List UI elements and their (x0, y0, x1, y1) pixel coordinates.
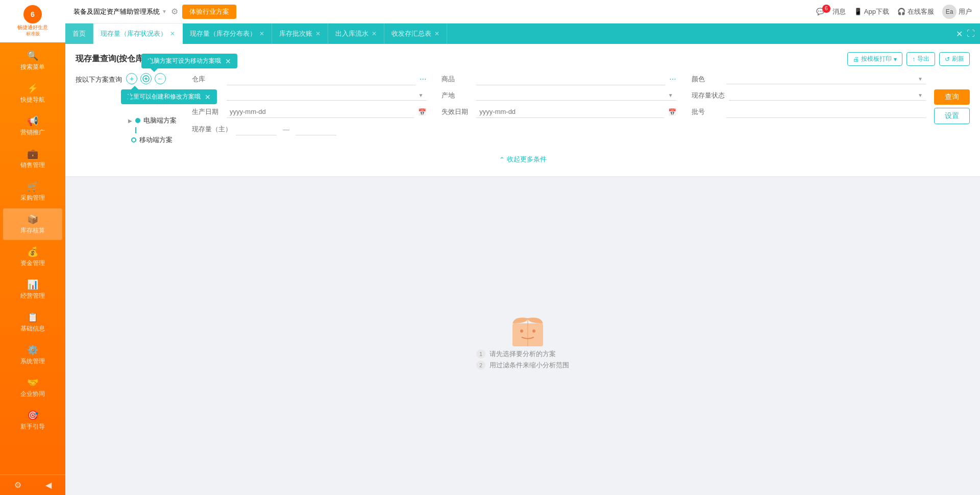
expire-date-input[interactable] (476, 106, 664, 118)
sidebar-item-marketing[interactable]: 📢 营销推广 (3, 110, 62, 142)
system-name-dropdown[interactable]: 装备及固定资产辅助管理系统 ▼ (74, 7, 167, 16)
warehouse-input[interactable] (227, 73, 415, 85)
color-field: 颜色 ▼ (692, 73, 926, 85)
warehouse-label: 仓库 (192, 75, 223, 84)
edit-scheme-button[interactable] (140, 73, 152, 84)
sidebar-item-label: 系统管理 (20, 357, 45, 366)
prod-date-calendar-icon[interactable]: 📅 (418, 108, 426, 116)
settings-bottom-btn[interactable]: ⚙ (14, 480, 21, 490)
stock-main-label: 现存量（主） (192, 125, 232, 134)
sidebar-nav: 🔍 搜索菜单 ⚡ 快捷导航 📢 营销推广 💼 销售管理 🛒 采购管理 📦 库存核… (0, 42, 65, 475)
stock-status-select[interactable]: ▼ (729, 90, 926, 101)
empty-svg (502, 300, 553, 351)
sales-icon: 💼 (27, 148, 38, 159)
user-label: 用户 (959, 7, 972, 16)
headset-icon: 🎧 (897, 8, 905, 15)
sidebar-item-system[interactable]: ⚙️ 系统管理 (3, 339, 62, 371)
sidebar-item-purchase[interactable]: 🛒 采购管理 (3, 176, 62, 207)
template-print-button[interactable]: 🖨 按模板打印 ▾ (847, 52, 902, 66)
app-download-action[interactable]: 📱 App下载 (854, 7, 889, 16)
stock-main-from-input[interactable] (236, 123, 277, 135)
sidebar-item-quicknav[interactable]: ⚡ 快捷导航 (3, 78, 62, 109)
reset-button[interactable]: 设置 (934, 108, 970, 124)
tab-close-icon[interactable]: ✕ (434, 30, 439, 37)
app-edition: 标准版 (26, 31, 40, 37)
user-action[interactable]: Ea 用户 (942, 5, 972, 19)
tab-home-label: 首页 (72, 29, 86, 38)
color-dropdown-icon: ▼ (918, 76, 923, 82)
sidebar-item-basics[interactable]: 📋 基础信息 (3, 307, 62, 338)
refresh-button[interactable]: ↺ 刷新 (939, 52, 970, 66)
refresh-icon: ↺ (945, 56, 950, 63)
sidebar-item-guide[interactable]: 🎯 新手引导 (3, 405, 62, 436)
expire-date-calendar-icon[interactable]: 📅 (668, 108, 676, 116)
tooltip-close-2[interactable]: ✕ (205, 93, 211, 101)
expire-date-label: 失效日期 (442, 107, 472, 116)
back-arrow-button[interactable]: ← (155, 73, 166, 84)
notification-action[interactable]: 💬 6 消息 (816, 7, 846, 16)
tab-expand-icon[interactable]: ⛶ (967, 29, 975, 38)
origin-field: 产地 ▼ (442, 90, 676, 101)
sidebar-item-collab[interactable]: 🤝 企业协同 (3, 372, 62, 404)
tab-close-icon[interactable]: ✕ (315, 30, 321, 37)
desktop-scheme-label: 电脑端方案 (143, 116, 177, 125)
quicknav-icon: ⚡ (27, 83, 38, 94)
tab-close-icon[interactable]: ✕ (170, 30, 175, 37)
dropdown-arrow-icon: ▾ (894, 56, 897, 63)
online-support-action[interactable]: 🎧 在线客服 (897, 7, 934, 16)
size-select[interactable]: ▼ (227, 90, 426, 101)
tab-batch-account[interactable]: 库存批次账 ✕ (272, 23, 328, 44)
scheme-desktop[interactable]: ▶ 电脑端方案 (128, 115, 177, 126)
user-avatar: Ea (942, 5, 957, 19)
filter-label: 按以下方案查询 (76, 73, 122, 84)
tab-summary[interactable]: 收发存汇总表 ✕ (384, 23, 447, 44)
empty-state: 1 请先选择要分析的方案 2 用过滤条件来缩小分析范围 (65, 177, 980, 495)
title-actions: 🖨 按模板打印 ▾ ↑ 导出 ↺ 刷新 (847, 52, 970, 66)
tab-inout-flow[interactable]: 出入库流水 ✕ (328, 23, 384, 44)
sidebar-item-inventory[interactable]: 📦 库存核算 (3, 208, 62, 240)
tab-close-icon[interactable]: ✕ (259, 30, 264, 37)
tab-inventory-dist[interactable]: 现存量（库存分布表） ✕ (183, 23, 272, 44)
collapse-sidebar-btn[interactable]: ◀ (45, 480, 52, 490)
settings-gear-icon[interactable]: ⚙ (171, 7, 178, 16)
basics-icon: 📋 (27, 312, 38, 323)
tab-inventory-status[interactable]: 现存量（库存状况表） ✕ (93, 23, 183, 44)
prod-date-input[interactable] (227, 106, 414, 118)
origin-select[interactable]: ▼ (476, 90, 676, 101)
sidebar-item-search[interactable]: 🔍 搜索菜单 (3, 45, 62, 77)
sidebar-bottom: ⚙ ◀ (0, 475, 65, 495)
mobile-dot (131, 137, 136, 143)
sidebar-item-label: 营销推广 (20, 128, 45, 137)
desktop-dot (135, 118, 140, 123)
goods-dots[interactable]: ··· (669, 75, 676, 84)
sidebar-item-label: 资金管理 (20, 259, 45, 268)
stock-main-to-input[interactable] (296, 123, 336, 135)
tree-connector-line (135, 127, 177, 133)
scheme-mobile[interactable]: 移动端方案 (131, 134, 177, 146)
industry-solution-button[interactable]: 体验行业方案 (182, 5, 236, 19)
tab-close-icon[interactable]: ✕ (372, 30, 377, 37)
tooltip-close-1[interactable]: ✕ (225, 57, 231, 65)
sidebar-item-sales[interactable]: 💼 销售管理 (3, 143, 62, 175)
add-scheme-button[interactable]: + (126, 73, 137, 84)
tab-inout-flow-label: 出入库流水 (335, 29, 369, 38)
guide-icon: 🎯 (27, 410, 38, 421)
sidebar-item-label: 新手引导 (20, 422, 45, 431)
dropdown-arrow-icon: ▼ (162, 9, 167, 14)
sidebar-item-finance[interactable]: 💰 资金管理 (3, 241, 62, 273)
tooltip-scheme-mobile: 电脑方案可设为移动方案哦 ✕ (141, 54, 237, 68)
filter-fields-area: 仓库 ··· 商品 ··· 颜色 (177, 73, 926, 135)
color-select[interactable]: ▼ (726, 74, 926, 84)
tab-home[interactable]: 首页 (65, 23, 93, 44)
sidebar-item-label: 搜索菜单 (20, 63, 45, 72)
sidebar-item-management[interactable]: 📊 经营管理 (3, 274, 62, 305)
query-button[interactable]: 查询 (934, 89, 970, 105)
app-download-label: App下载 (864, 7, 889, 16)
tab-close-all-icon[interactable]: ✕ (956, 29, 963, 39)
batch-input[interactable] (726, 106, 926, 118)
goods-input[interactable] (476, 73, 665, 85)
collapse-row[interactable]: ⌃ 收起更多条件 (76, 151, 970, 168)
export-button[interactable]: ↑ 导出 (906, 52, 935, 66)
tree-arrow-icon: ▶ (128, 118, 132, 124)
warehouse-dots[interactable]: ··· (420, 75, 426, 84)
